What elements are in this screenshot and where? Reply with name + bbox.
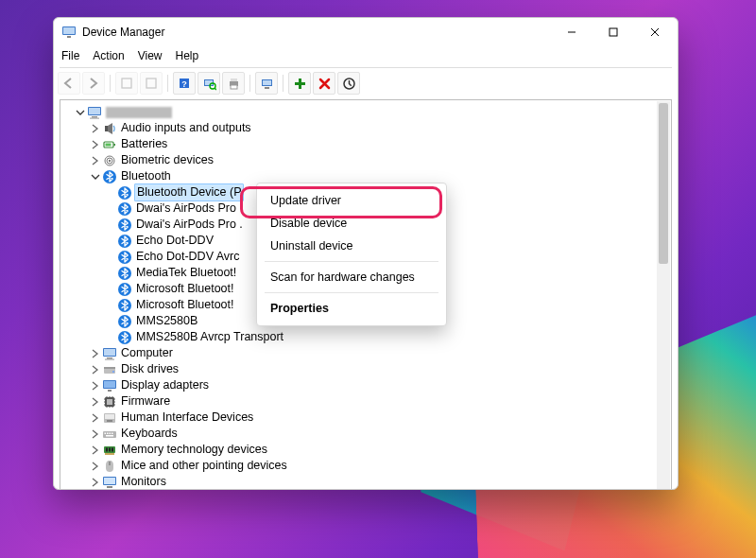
tree-item[interactable]: Keyboards xyxy=(64,426,671,442)
menu-view[interactable]: View xyxy=(138,49,163,62)
menu-file[interactable]: File xyxy=(61,49,79,62)
bluetooth-icon xyxy=(102,169,117,184)
context-menu-item[interactable]: Uninstall device xyxy=(257,235,446,257)
bluetooth-icon xyxy=(117,314,132,329)
tree-child-item[interactable]: MMS2580B Avrcp Transport xyxy=(64,329,671,345)
tree-item[interactable]: Computer xyxy=(64,345,671,361)
context-menu-item[interactable]: Properties xyxy=(257,297,446,320)
close-button[interactable] xyxy=(634,18,676,46)
toolbar-properties-button[interactable] xyxy=(140,72,163,95)
caret-right-icon[interactable] xyxy=(91,397,100,407)
tree-child-label: MediaTek Bluetoot! xyxy=(136,265,236,281)
tree-item-label: Keyboards xyxy=(121,426,178,442)
caret-down-icon[interactable] xyxy=(91,172,100,182)
tree-child-label: MMS2580B Avrcp Transport xyxy=(136,329,284,345)
hid-icon xyxy=(102,410,117,426)
bluetooth-icon xyxy=(117,185,132,201)
tree-item-label: Bluetooth xyxy=(121,168,171,184)
maximize-button[interactable] xyxy=(593,18,634,46)
tree-child-label: Echo Dot-DDV xyxy=(136,233,214,249)
toolbar xyxy=(54,70,678,96)
caret-right-icon[interactable] xyxy=(91,478,100,487)
toolbar-help-button[interactable] xyxy=(173,72,196,95)
toolbar-print-button[interactable] xyxy=(222,72,245,95)
context-menu-item[interactable]: Scan for hardware changes xyxy=(257,266,446,288)
tree-root[interactable] xyxy=(64,104,671,120)
tree-child-label: Microsoft Bluetoot! xyxy=(136,281,234,297)
tree-item[interactable]: Biometric devices xyxy=(64,152,671,168)
toolbar-uninstall-button[interactable] xyxy=(313,72,335,95)
context-menu-item-label: Disable device xyxy=(270,217,347,230)
toolbar-back-button[interactable] xyxy=(58,72,80,95)
caret-right-icon[interactable] xyxy=(91,413,100,423)
keyboard-icon xyxy=(102,427,117,442)
svg-rect-61 xyxy=(610,28,617,36)
caret-right-icon[interactable] xyxy=(91,140,100,149)
caret-right-icon[interactable] xyxy=(91,381,100,391)
caret-down-icon[interactable] xyxy=(76,108,85,117)
context-menu-item-label: Scan for hardware changes xyxy=(270,270,415,284)
bluetooth-icon xyxy=(117,250,132,265)
menu-help[interactable]: Help xyxy=(176,49,199,62)
window-title: Device Manager xyxy=(82,26,164,39)
disk-icon xyxy=(102,362,117,377)
tree-child-label: MMS2580B xyxy=(136,313,198,329)
menubar: File Action View Help xyxy=(54,46,678,65)
tree-item[interactable]: Batteries xyxy=(64,136,671,152)
tree-item-label: Memory technology devices xyxy=(121,442,267,458)
caret-right-icon[interactable] xyxy=(91,429,100,439)
vertical-scrollbar[interactable] xyxy=(657,101,670,490)
context-menu-separator xyxy=(265,261,438,262)
tree-child-label: Bluetooth Device (P xyxy=(134,183,244,201)
toolbar-monitor-button[interactable] xyxy=(255,72,278,95)
caret-right-icon[interactable] xyxy=(91,349,100,358)
bluetooth-icon xyxy=(117,266,132,281)
titlebar[interactable]: Device Manager xyxy=(54,18,678,46)
context-menu-item[interactable]: Disable device xyxy=(257,212,446,235)
tree-item-label: Monitors xyxy=(121,474,166,490)
toolbar-scan-button[interactable] xyxy=(198,72,220,95)
tree-item[interactable]: Human Interface Devices xyxy=(64,410,671,426)
tree-item-label: Display adapters xyxy=(121,377,209,393)
toolbar-update-button[interactable] xyxy=(337,72,360,95)
caret-right-icon[interactable] xyxy=(91,365,100,375)
tree-child-label: Dwai's AirPods Pro . xyxy=(136,217,243,233)
speaker-icon xyxy=(102,121,117,136)
tree-item[interactable]: Memory technology devices xyxy=(64,442,671,458)
tree-child-label: Echo Dot-DDV Avrc xyxy=(136,249,240,265)
scrollbar-thumb[interactable] xyxy=(659,103,668,264)
tree-item[interactable]: Display adapters xyxy=(64,377,671,393)
toolbar-forward-button[interactable] xyxy=(82,72,105,95)
bluetooth-icon xyxy=(117,218,132,233)
tree-item[interactable]: Mice and other pointing devices xyxy=(64,458,671,474)
tree-item[interactable]: Disk drives xyxy=(64,361,671,377)
fingerprint-icon xyxy=(102,153,117,168)
device-manager-window: Device Manager File Action View Help xyxy=(53,17,679,490)
firmware-icon xyxy=(102,394,117,410)
caret-right-icon[interactable] xyxy=(91,124,100,133)
bluetooth-icon xyxy=(117,298,132,313)
caret-right-icon[interactable] xyxy=(91,156,100,166)
tree-item[interactable]: Monitors xyxy=(64,474,671,490)
tree-item-label: Computer xyxy=(121,345,173,361)
tree-item-label: Biometric devices xyxy=(121,152,214,168)
caret-right-icon[interactable] xyxy=(91,445,100,455)
tree-item-label: Audio inputs and outputs xyxy=(121,120,251,136)
context-menu-separator xyxy=(265,292,438,293)
bluetooth-icon xyxy=(117,234,132,249)
bluetooth-icon xyxy=(117,330,132,345)
tree-item-label: Mice and other pointing devices xyxy=(121,458,287,474)
minimize-button[interactable] xyxy=(551,18,593,46)
toolbar-enable-button[interactable] xyxy=(288,72,311,95)
menu-action[interactable]: Action xyxy=(93,49,124,62)
tree-item[interactable]: Firmware xyxy=(64,393,671,410)
tree-item[interactable]: Audio inputs and outputs xyxy=(64,120,671,136)
context-menu-item-label: Update driver xyxy=(270,194,341,207)
context-menu-item[interactable]: Update driver xyxy=(257,189,446,212)
caret-right-icon[interactable] xyxy=(91,462,100,471)
computer-icon xyxy=(87,105,102,120)
toolbar-show-hide-button[interactable] xyxy=(115,72,138,95)
display-icon xyxy=(102,378,117,393)
root-label xyxy=(106,107,172,118)
context-menu-item-label: Uninstall device xyxy=(270,239,353,253)
